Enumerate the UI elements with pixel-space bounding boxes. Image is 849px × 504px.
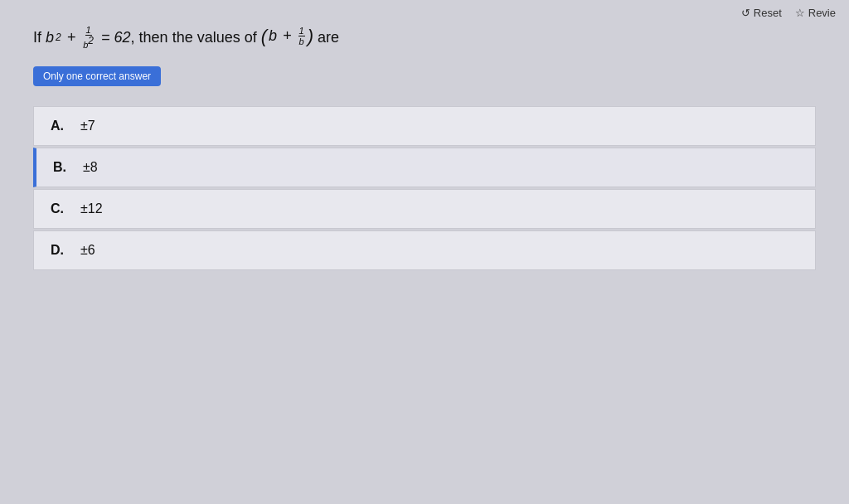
option-d-label: D.	[51, 243, 67, 258]
option-d[interactable]: D. ±6	[33, 230, 816, 270]
option-b-value: ±8	[83, 160, 98, 175]
options-list: A. ±7 B. ±8 C. ±12 D. ±6	[33, 106, 816, 272]
option-a[interactable]: A. ±7	[33, 106, 816, 146]
option-a-label: A.	[51, 119, 67, 133]
equation: b2 + 1 b2 = 62	[46, 25, 131, 50]
option-c[interactable]: C. ±12	[33, 189, 816, 229]
option-a-value: ±7	[80, 119, 95, 133]
only-one-badge: Only one correct answer	[33, 66, 161, 86]
main-content: If b2 + 1 b2 = 62 , then the values of (…	[0, 0, 849, 504]
option-c-value: ±12	[80, 201, 103, 216]
option-b[interactable]: B. ±8	[33, 148, 816, 187]
option-b-label: B.	[53, 160, 70, 175]
option-c-label: C.	[51, 201, 67, 216]
question-text: If b2 + 1 b2 = 62 , then the values of (…	[33, 25, 816, 50]
option-d-value: ±6	[80, 243, 95, 258]
expression: ( b + 1 b )	[261, 25, 313, 47]
